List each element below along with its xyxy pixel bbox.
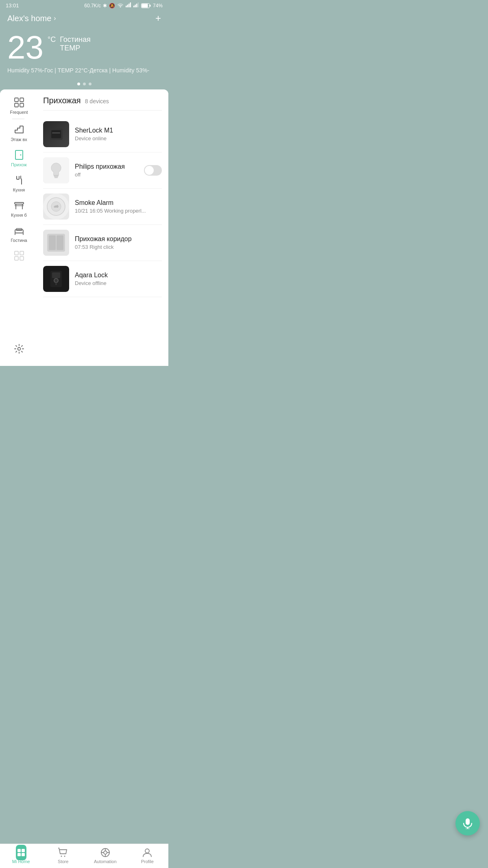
home-name: Alex's home — [7, 14, 51, 23]
svg-point-32 — [17, 348, 20, 350]
sensor-scroll: Humidity 57%-Гос | TEMP 22°C-Детска | Hu… — [7, 67, 161, 74]
sidebar-item-kukhnya[interactable]: Кухня — [0, 170, 37, 196]
sidebar-kukhnya-label: Кухня — [13, 187, 25, 192]
door-icon — [13, 149, 25, 161]
aqara-image — [43, 266, 69, 292]
sidebar-settings — [9, 339, 28, 366]
sidebar-item-etazh[interactable]: Этаж вх — [0, 120, 37, 145]
svg-point-46 — [54, 278, 58, 283]
svg-rect-35 — [52, 133, 60, 133]
room-name: Прихожая — [43, 96, 81, 105]
device-prikhozh-koridor[interactable]: Прихожая коридор 07:53 Right click — [43, 225, 162, 261]
philips-image — [43, 157, 69, 183]
sensor-banner: 23 °C Гостиная TEMP Humidity 57%-Гос | T… — [0, 27, 168, 80]
svg-rect-7 — [137, 2, 139, 7]
koridor-info: Прихожая коридор 07:53 Right click — [75, 235, 132, 250]
sidebar-item-kukhnya-b[interactable]: Кухня б — [0, 196, 37, 221]
koridor-status: 07:53 Right click — [75, 244, 132, 250]
room-device-count: 8 devices — [85, 98, 109, 104]
sensor-label: TEMP — [60, 44, 91, 52]
bluetooth-icon: ✱ — [103, 3, 107, 9]
svg-rect-30 — [15, 257, 18, 260]
wifi-icon — [117, 2, 124, 9]
svg-rect-47 — [55, 283, 57, 285]
svg-rect-2 — [129, 4, 130, 7]
sidebar-kukhnya-b-label: Кухня б — [11, 213, 27, 218]
svg-rect-0 — [126, 6, 127, 7]
status-icons: 60.7K/c ✱ 🔕 — [84, 2, 163, 9]
sidebar-divider-1 — [12, 119, 24, 119]
aqara-name: Aqara Lock — [75, 272, 108, 279]
svg-rect-36 — [54, 175, 59, 176]
sidebar-prikhozh-label: Прихож — [11, 162, 27, 167]
svg-rect-14 — [20, 103, 24, 107]
kitchen-icon — [13, 174, 25, 186]
svg-rect-11 — [15, 98, 18, 102]
sidebar-item-empty[interactable] — [0, 246, 37, 266]
aqara-status: Device offline — [75, 280, 108, 286]
sidebar-item-settings[interactable] — [9, 339, 28, 359]
svg-rect-28 — [15, 251, 18, 255]
svg-rect-4 — [133, 6, 135, 7]
sidebar-item-gostina[interactable]: Гостина — [0, 221, 37, 246]
svg-rect-1 — [127, 5, 128, 8]
room-header: Прихожая 8 devices — [43, 96, 162, 111]
add-device-button[interactable]: + — [155, 13, 161, 23]
sherlock-status: Device online — [75, 135, 113, 141]
status-bar: 13:01 60.7K/c ✱ 🔕 — [0, 0, 168, 10]
battery-percent: 74% — [153, 3, 163, 9]
svg-rect-43 — [57, 235, 63, 250]
settings-icon — [13, 343, 25, 355]
svg-rect-42 — [49, 235, 56, 250]
device-sherlock[interactable]: SherLock M1 Device online — [43, 116, 162, 152]
device-philips[interactable]: Philips прихожая off — [43, 152, 162, 189]
philips-status: off — [75, 172, 125, 178]
koridor-name: Прихожая коридор — [75, 235, 132, 243]
dot-3[interactable] — [89, 83, 92, 85]
svg-rect-37 — [54, 176, 58, 177]
signal-icon — [126, 2, 131, 9]
dot-1[interactable] — [77, 83, 80, 85]
svg-rect-13 — [15, 103, 18, 107]
philips-info: Philips прихожая off — [75, 163, 125, 178]
chevron-icon: › — [54, 15, 56, 22]
svg-rect-38 — [54, 178, 58, 178]
sidebar-item-prikhozh[interactable]: Прихож — [0, 145, 37, 170]
network-speed: 60.7K/c — [84, 3, 101, 9]
smoke-status: 10/21 16:05 Working properl... — [75, 208, 146, 214]
header: Alex's home › + — [0, 10, 168, 27]
sidebar-etazh-label: Этаж вх — [11, 137, 27, 142]
stairs-icon — [13, 124, 25, 135]
smoke-name: Smoke Alarm — [75, 199, 146, 207]
svg-rect-15 — [15, 150, 23, 159]
sensor-room: Гостиная — [60, 35, 91, 44]
sherlock-name: SherLock M1 — [75, 127, 113, 134]
device-aqara[interactable]: Aqara Lock Device offline — [43, 261, 162, 297]
grid2-icon — [13, 250, 25, 261]
sidebar-frequent-label: Frequent — [10, 110, 28, 115]
temp-unit: °C — [48, 35, 56, 44]
philips-toggle[interactable] — [144, 165, 162, 176]
temperature-value: 23 — [7, 31, 44, 64]
sherlock-image — [43, 121, 69, 147]
sidebar-item-frequent[interactable]: Frequent — [0, 93, 37, 118]
svg-rect-29 — [20, 251, 24, 255]
smoke-info: Smoke Alarm 10/21 16:05 Working properl.… — [75, 199, 146, 214]
svg-point-16 — [20, 154, 21, 156]
svg-rect-12 — [20, 98, 24, 102]
svg-rect-3 — [130, 2, 131, 7]
svg-rect-45 — [52, 272, 60, 278]
device-smoke[interactable]: Smoke Alarm 10/21 16:05 Working properl.… — [43, 189, 162, 225]
sidebar: Frequent Этаж вх Прихож — [0, 89, 37, 366]
bell-icon: 🔕 — [109, 3, 115, 9]
svg-rect-34 — [51, 130, 61, 138]
sidebar-gostina-label: Гостина — [11, 238, 27, 243]
home-title[interactable]: Alex's home › — [7, 14, 56, 23]
smoke-image — [43, 194, 69, 220]
dot-2[interactable] — [83, 83, 86, 85]
table-icon — [13, 200, 25, 211]
sensor-scroll-text: Humidity 57%-Гос | TEMP 22°C-Детска | Hu… — [7, 67, 149, 74]
status-time: 13:01 — [6, 2, 19, 9]
signal2-icon — [133, 2, 139, 9]
svg-rect-6 — [136, 4, 137, 7]
